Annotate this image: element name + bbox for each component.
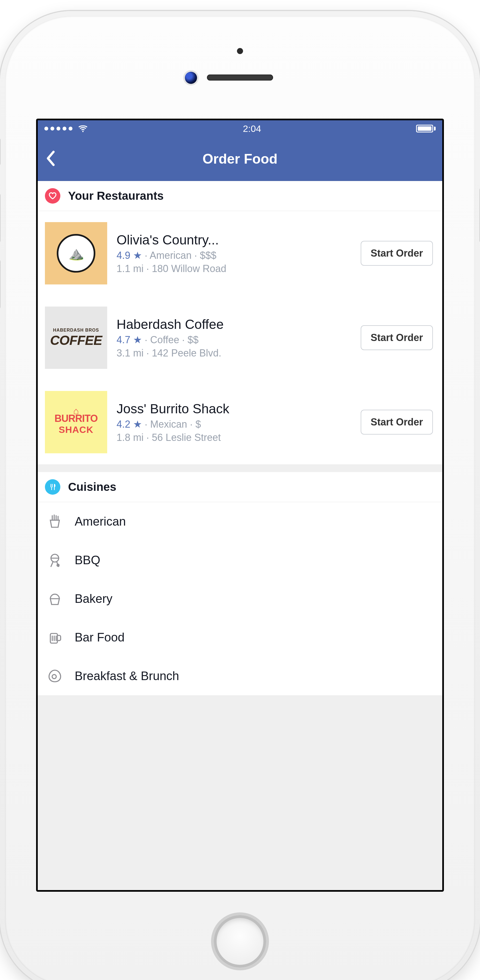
- status-left: [44, 124, 88, 134]
- svg-point-7: [52, 675, 56, 679]
- bezel-top: [0, 11, 480, 119]
- section-header-restaurants: Your Restaurants: [38, 181, 442, 211]
- restaurant-info: Olivia's Country... 4.9 ★ · American · $…: [117, 232, 351, 275]
- status-time: 2:04: [243, 123, 261, 134]
- restaurant-row[interactable]: ⛰️ Olivia's Country... 4.9 ★ · American …: [38, 211, 442, 296]
- start-order-button[interactable]: Start Order: [361, 241, 433, 266]
- volume-up: [0, 193, 0, 243]
- restaurant-meta: 4.9 ★ · American · $$$: [117, 250, 351, 261]
- cuisine-row-breakfast[interactable]: Breakfast & Brunch: [38, 657, 442, 695]
- beer-icon: [46, 630, 63, 645]
- restaurant-name: Joss' Burrito Shack: [117, 401, 351, 416]
- nav-header: Order Food: [38, 137, 442, 181]
- restaurant-location: 1.1 mi · 180 Willow Road: [117, 263, 351, 275]
- restaurant-meta: 4.7 ★ · Coffee · $$: [117, 334, 351, 346]
- start-order-button[interactable]: Start Order: [361, 410, 433, 434]
- restaurant-name: Haberdash Coffee: [117, 317, 351, 332]
- restaurant-image: HABERDASH BROS COFFEE: [45, 307, 107, 369]
- restaurant-price: $$$: [200, 250, 216, 261]
- restaurant-info: Joss' Burrito Shack 4.2 ★ · Mexican · $ …: [117, 401, 351, 443]
- back-button[interactable]: [45, 150, 57, 168]
- cupcake-icon: [46, 591, 63, 606]
- star-icon: ★: [130, 334, 142, 345]
- restaurant-name: Olivia's Country...: [117, 232, 351, 248]
- star-icon: ★: [130, 418, 142, 430]
- restaurant-address: 56 Leslie Street: [152, 432, 221, 443]
- cuisine-label: Bakery: [74, 592, 112, 606]
- restaurant-address: 142 Peele Blvd.: [152, 347, 221, 359]
- earpiece: [207, 75, 273, 81]
- section-title-cuisines: Cuisines: [68, 480, 116, 493]
- section-header-cuisines: Cuisines: [38, 472, 442, 502]
- cuisine-row-american[interactable]: American: [38, 502, 442, 541]
- battery-icon: [416, 125, 436, 132]
- restaurant-distance: 3.1 mi: [117, 347, 144, 359]
- start-order-button[interactable]: Start Order: [361, 325, 433, 350]
- section-gap: [38, 465, 442, 472]
- restaurant-image: ⌂ BURRITO SHACK: [45, 391, 107, 453]
- cuisine-label: Breakfast & Brunch: [74, 669, 179, 683]
- restaurant-price: $: [195, 418, 201, 430]
- restaurant-category: Coffee: [150, 334, 179, 345]
- restaurant-info: Haberdash Coffee 4.7 ★ · Coffee · $$ 3.1…: [117, 317, 351, 359]
- wifi-icon: [78, 124, 88, 134]
- front-camera: [185, 72, 197, 84]
- content[interactable]: Your Restaurants ⛰️ Olivia's Country... …: [38, 181, 442, 890]
- restaurant-row[interactable]: HABERDASH BROS COFFEE Haberdash Coffee 4…: [38, 296, 442, 380]
- section-your-restaurants: Your Restaurants ⛰️ Olivia's Country... …: [38, 181, 442, 465]
- page-title: Order Food: [203, 151, 277, 167]
- restaurant-meta: 4.2 ★ · Mexican · $: [117, 418, 351, 430]
- phone-frame: 2:04 Order Food: [0, 11, 480, 980]
- cuisine-icon: [45, 479, 60, 495]
- status-bar: 2:04: [38, 120, 442, 137]
- cuisine-row-bbq[interactable]: BBQ: [38, 541, 442, 579]
- restaurant-distance: 1.8 mi: [117, 432, 144, 443]
- volume-down: [0, 259, 0, 309]
- svg-rect-3: [51, 487, 52, 490]
- home-button[interactable]: [214, 915, 266, 967]
- restaurant-address: 180 Willow Road: [152, 263, 226, 274]
- mute-switch: [0, 138, 0, 165]
- bezel-bottom: [0, 892, 480, 980]
- svg-rect-2: [52, 484, 53, 487]
- svg-point-0: [82, 131, 84, 132]
- cuisine-label: BBQ: [74, 553, 100, 567]
- fries-icon: [46, 514, 63, 529]
- section-cuisines: Cuisines American: [38, 472, 442, 695]
- proximity-sensor: [237, 48, 243, 54]
- star-icon: ★: [130, 250, 142, 261]
- egg-icon: [46, 668, 63, 684]
- restaurant-location: 3.1 mi · 142 Peele Blvd.: [117, 347, 351, 359]
- cuisine-label: American: [74, 515, 126, 528]
- restaurant-category: American: [150, 250, 192, 261]
- heart-icon: [45, 188, 60, 204]
- restaurant-rating: 4.9: [117, 250, 130, 261]
- restaurant-price: $$: [188, 334, 199, 345]
- restaurant-rating: 4.2: [117, 418, 130, 430]
- cuisine-row-bakery[interactable]: Bakery: [38, 579, 442, 618]
- cuisine-row-bar-food[interactable]: Bar Food: [38, 618, 442, 657]
- restaurant-rating: 4.7: [117, 334, 130, 345]
- grill-icon: [46, 552, 63, 568]
- cuisine-label: Bar Food: [74, 630, 125, 644]
- signal-strength-icon: [44, 127, 73, 130]
- svg-rect-1: [51, 484, 52, 487]
- restaurant-row[interactable]: ⌂ BURRITO SHACK Joss' Burrito Shack 4.2 …: [38, 380, 442, 465]
- restaurant-image: ⛰️: [45, 222, 107, 285]
- restaurant-distance: 1.1 mi: [117, 263, 144, 274]
- restaurant-location: 1.8 mi · 56 Leslie Street: [117, 432, 351, 443]
- section-title-restaurants: Your Restaurants: [68, 189, 164, 202]
- restaurant-category: Mexican: [150, 418, 187, 430]
- screen: 2:04 Order Food: [36, 119, 444, 892]
